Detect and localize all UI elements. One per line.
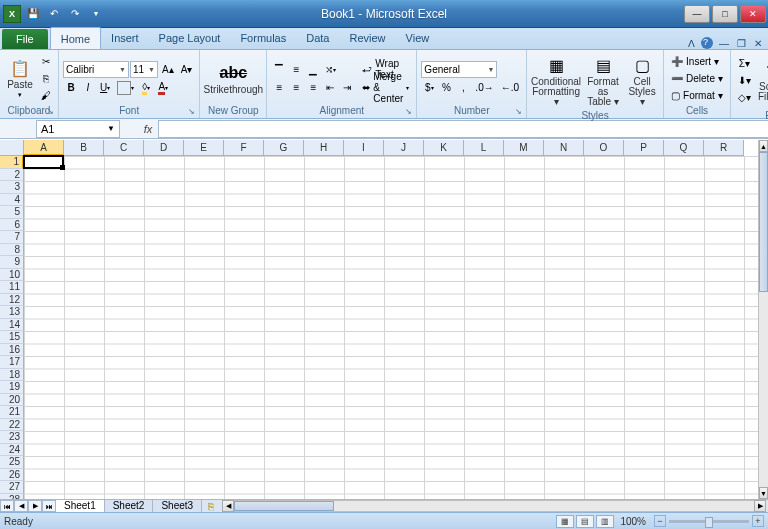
prev-sheet-icon[interactable]: ◀	[14, 500, 28, 512]
maximize-button[interactable]: □	[712, 5, 738, 23]
workbook-restore-icon[interactable]: ❐	[735, 38, 748, 49]
font-color-icon[interactable]: A▾	[155, 80, 171, 96]
increase-decimal-icon[interactable]: .0→	[472, 80, 496, 96]
active-cell-cursor[interactable]	[23, 155, 64, 169]
row-header[interactable]: 18	[0, 369, 24, 382]
new-sheet-icon[interactable]: ⎘	[202, 501, 220, 512]
column-header[interactable]: R	[704, 140, 744, 156]
last-sheet-icon[interactable]: ⏭	[42, 500, 56, 512]
column-header[interactable]: B	[64, 140, 104, 156]
tab-formulas[interactable]: Formulas	[230, 27, 296, 49]
cut-icon[interactable]: ✂	[38, 53, 54, 69]
italic-button[interactable]: I	[80, 80, 96, 96]
column-header[interactable]: G	[264, 140, 304, 156]
row-header[interactable]: 14	[0, 319, 24, 332]
row-header[interactable]: 13	[0, 306, 24, 319]
row-header[interactable]: 1	[0, 156, 24, 169]
format-painter-icon[interactable]: 🖌	[38, 87, 54, 103]
row-header[interactable]: 16	[0, 344, 24, 357]
row-header[interactable]: 5	[0, 206, 24, 219]
merge-center-button[interactable]: ⬌Merge & Center▾	[359, 79, 412, 95]
normal-view-icon[interactable]: ▦	[556, 515, 574, 528]
decrease-decimal-icon[interactable]: ←.0	[498, 80, 522, 96]
sheet-tab-3[interactable]: Sheet3	[152, 500, 202, 513]
decrease-indent-icon[interactable]: ⇤	[322, 79, 338, 95]
clipboard-dialog-icon[interactable]: ↘	[47, 107, 54, 116]
format-cells-button[interactable]: ▢Format ▾	[668, 87, 726, 103]
row-header[interactable]: 27	[0, 481, 24, 494]
zoom-in-button[interactable]: +	[752, 515, 764, 527]
row-header[interactable]: 12	[0, 294, 24, 307]
hscroll-thumb[interactable]	[234, 501, 334, 511]
undo-icon[interactable]: ↶	[45, 5, 63, 23]
column-header[interactable]: L	[464, 140, 504, 156]
row-header[interactable]: 15	[0, 331, 24, 344]
row-header[interactable]: 21	[0, 406, 24, 419]
column-header[interactable]: C	[104, 140, 144, 156]
paste-button[interactable]: 📋 Paste ▾	[4, 52, 36, 104]
row-header[interactable]: 17	[0, 356, 24, 369]
vertical-scrollbar[interactable]: ▲ ▼	[758, 140, 768, 499]
column-header[interactable]: P	[624, 140, 664, 156]
increase-indent-icon[interactable]: ⇥	[339, 79, 355, 95]
conditional-formatting-button[interactable]: ▦ConditionalFormatting ▾	[531, 52, 581, 109]
scroll-left-icon[interactable]: ◀	[222, 500, 234, 512]
fill-color-icon[interactable]: ◊▾	[138, 80, 154, 96]
column-header[interactable]: H	[304, 140, 344, 156]
border-icon[interactable]: ▾	[114, 80, 137, 96]
align-left-icon[interactable]: ≡	[271, 79, 287, 95]
close-button[interactable]: ✕	[740, 5, 766, 23]
format-as-table-button[interactable]: ▤Formatas Table ▾	[583, 52, 623, 109]
underline-button[interactable]: U▾	[97, 80, 113, 96]
column-header[interactable]: Q	[664, 140, 704, 156]
column-header[interactable]: F	[224, 140, 264, 156]
horizontal-scrollbar[interactable]: ◀ ▶	[222, 500, 766, 512]
help-icon[interactable]: ?	[701, 37, 713, 49]
shrink-font-icon[interactable]: A▾	[178, 61, 196, 77]
percent-icon[interactable]: %	[438, 80, 454, 96]
sheet-tab-1[interactable]: Sheet1	[55, 500, 105, 513]
tab-review[interactable]: Review	[339, 27, 395, 49]
tab-data[interactable]: Data	[296, 27, 339, 49]
zoom-slider[interactable]	[669, 520, 749, 523]
page-layout-view-icon[interactable]: ▤	[576, 515, 594, 528]
align-center-icon[interactable]: ≡	[288, 79, 304, 95]
first-sheet-icon[interactable]: ⏮	[0, 500, 14, 512]
column-header[interactable]: D	[144, 140, 184, 156]
name-box[interactable]: A1▼	[36, 120, 120, 138]
zoom-out-button[interactable]: −	[654, 515, 666, 527]
column-header[interactable]: K	[424, 140, 464, 156]
row-header[interactable]: 23	[0, 431, 24, 444]
row-header[interactable]: 6	[0, 219, 24, 232]
row-header[interactable]: 3	[0, 181, 24, 194]
page-break-view-icon[interactable]: ▥	[596, 515, 614, 528]
row-header[interactable]: 24	[0, 444, 24, 457]
row-header[interactable]: 7	[0, 231, 24, 244]
tab-page-layout[interactable]: Page Layout	[149, 27, 231, 49]
copy-icon[interactable]: ⎘	[38, 70, 54, 86]
row-header[interactable]: 10	[0, 269, 24, 282]
file-tab[interactable]: File	[2, 29, 48, 49]
fx-icon[interactable]: fx	[140, 123, 156, 135]
grow-font-icon[interactable]: A▴	[159, 61, 177, 77]
sort-filter-button[interactable]: ⇅Sort &Filter ▾	[756, 52, 768, 109]
font-dialog-icon[interactable]: ↘	[188, 107, 195, 116]
select-all-button[interactable]	[0, 140, 24, 156]
row-header[interactable]: 8	[0, 244, 24, 257]
fill-icon[interactable]: ⬇▾	[735, 73, 754, 89]
minimize-ribbon-icon[interactable]: ᐱ	[686, 38, 697, 49]
row-header[interactable]: 11	[0, 281, 24, 294]
font-name-combo[interactable]: Calibri▼	[63, 61, 129, 78]
column-header[interactable]: N	[544, 140, 584, 156]
workbook-minimize-icon[interactable]: —	[717, 38, 731, 49]
align-bottom-icon[interactable]: ▁	[305, 61, 321, 77]
namebox-dropdown-icon[interactable]: ▼	[107, 124, 115, 133]
column-header[interactable]: E	[184, 140, 224, 156]
autosum-icon[interactable]: Σ▾	[735, 56, 754, 72]
workbook-close-icon[interactable]: ✕	[752, 38, 764, 49]
scroll-down-icon[interactable]: ▼	[759, 487, 768, 499]
save-icon[interactable]: 💾	[24, 5, 42, 23]
tab-home[interactable]: Home	[50, 27, 101, 49]
row-header[interactable]: 4	[0, 194, 24, 207]
clear-icon[interactable]: ◇▾	[735, 90, 754, 106]
